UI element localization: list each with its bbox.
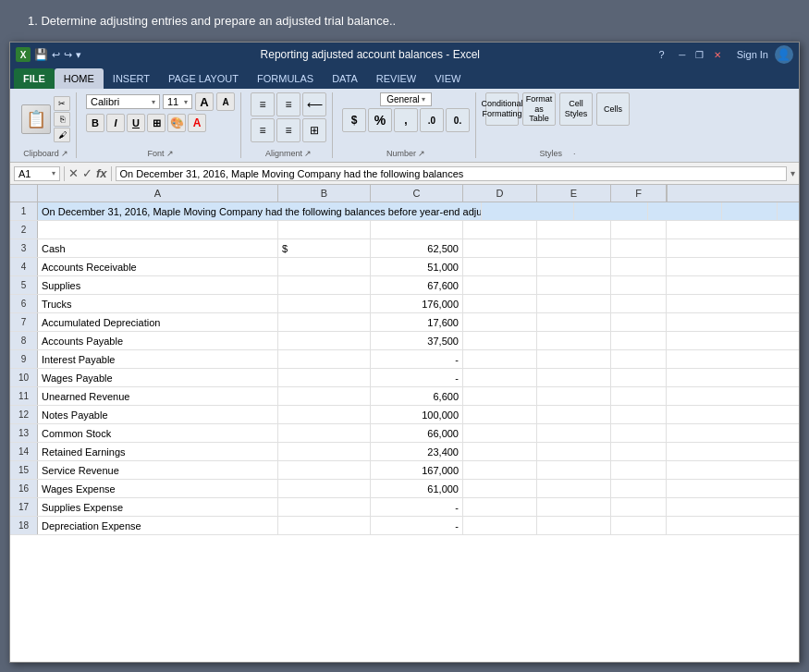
- col-header-e[interactable]: E: [537, 185, 611, 202]
- confirm-formula-icon[interactable]: ✓: [82, 166, 92, 180]
- cell-d13[interactable]: [463, 424, 537, 442]
- undo-icon[interactable]: ↩: [52, 49, 60, 61]
- cell-e11[interactable]: [537, 387, 611, 405]
- cell-e17[interactable]: [537, 498, 611, 516]
- cell-c4[interactable]: 51,000: [371, 258, 463, 275]
- cell-d10[interactable]: [463, 369, 537, 386]
- cell-c8[interactable]: 37,500: [371, 332, 463, 349]
- cell-f14[interactable]: [611, 443, 667, 460]
- cell-d7[interactable]: [463, 313, 537, 331]
- table-row[interactable]: 11Unearned Revenue6,600: [10, 387, 799, 406]
- percent-button[interactable]: %: [368, 108, 392, 132]
- cell-f17[interactable]: [611, 498, 667, 516]
- cell-f11[interactable]: [611, 387, 667, 405]
- cell-e18[interactable]: [537, 517, 611, 534]
- cell-f7[interactable]: [611, 313, 667, 331]
- conditional-formatting-button[interactable]: ConditionalFormatting: [485, 92, 519, 126]
- cell-d3[interactable]: [463, 239, 537, 257]
- cell-c17[interactable]: -: [371, 498, 463, 516]
- cell-e1[interactable]: [648, 202, 722, 220]
- formula-bar-content[interactable]: On December 31, 2016, Maple Moving Compa…: [116, 166, 787, 181]
- italic-button[interactable]: I: [106, 114, 125, 132]
- font-shrink-button[interactable]: A: [216, 92, 235, 111]
- cell-f8[interactable]: [611, 332, 667, 349]
- table-row[interactable]: 17Supplies Expense-: [10, 498, 799, 517]
- cell-f5[interactable]: [611, 276, 667, 294]
- format-painter-button[interactable]: 🖌: [54, 128, 70, 142]
- cell-c11[interactable]: 6,600: [371, 387, 463, 405]
- cell-a4[interactable]: Accounts Receivable: [38, 258, 278, 275]
- format-as-table-button[interactable]: Format asTable: [522, 92, 556, 126]
- cell-d15[interactable]: [463, 461, 537, 479]
- col-header-c[interactable]: C: [371, 185, 463, 202]
- customize-icon[interactable]: ▾: [76, 49, 81, 61]
- cell-a2[interactable]: [38, 221, 278, 238]
- cells-button[interactable]: Cells: [596, 92, 630, 126]
- cell-e7[interactable]: [537, 313, 611, 331]
- cell-d5[interactable]: [463, 276, 537, 294]
- tab-home[interactable]: HOME: [55, 68, 104, 89]
- cell-f13[interactable]: [611, 424, 667, 442]
- alignment-expand-icon[interactable]: ↗: [304, 149, 312, 158]
- cell-e6[interactable]: [537, 295, 611, 312]
- cell-d9[interactable]: [463, 350, 537, 368]
- merge-center-button[interactable]: ⊞: [302, 118, 326, 142]
- cell-c14[interactable]: 23,400: [371, 443, 463, 460]
- font-color-button[interactable]: A: [188, 114, 206, 132]
- cell-f2[interactable]: [611, 221, 667, 238]
- cell-f10[interactable]: [611, 369, 667, 386]
- cell-a10[interactable]: Wages Payable: [38, 369, 278, 386]
- cell-b2[interactable]: [278, 221, 371, 238]
- border-button[interactable]: ⊞: [147, 114, 165, 132]
- cell-b3[interactable]: $: [278, 239, 371, 257]
- cell-a7[interactable]: Accumulated Depreciation: [38, 313, 278, 331]
- col-header-b[interactable]: B: [278, 185, 371, 202]
- cell-c2[interactable]: [371, 221, 463, 238]
- table-row[interactable]: 12Notes Payable100,000: [10, 406, 799, 424]
- cell-c6[interactable]: 176,000: [371, 295, 463, 312]
- table-row[interactable]: 4Accounts Receivable51,000: [10, 258, 799, 276]
- align-left-button[interactable]: ≡: [251, 118, 275, 142]
- font-family-dropdown[interactable]: Calibri ▾: [86, 94, 160, 109]
- cell-a12[interactable]: Notes Payable: [38, 406, 278, 423]
- close-button[interactable]: ✕: [710, 48, 725, 61]
- cell-b4[interactable]: [278, 258, 371, 275]
- cell-f9[interactable]: [611, 350, 667, 368]
- cell-d1[interactable]: [574, 202, 648, 220]
- cell-b18[interactable]: [278, 517, 371, 534]
- fill-color-button[interactable]: 🎨: [167, 114, 186, 132]
- cell-b14[interactable]: [278, 443, 371, 460]
- cell-f12[interactable]: [611, 406, 667, 423]
- table-row[interactable]: 18Depreciation Expense-: [10, 517, 799, 535]
- cell-e12[interactable]: [537, 406, 611, 423]
- underline-button[interactable]: U: [127, 114, 145, 132]
- cell-e5[interactable]: [537, 276, 611, 294]
- tab-page-layout[interactable]: PAGE LAYOUT: [159, 68, 248, 89]
- font-expand-icon[interactable]: ↗: [166, 149, 174, 158]
- cell-a5[interactable]: Supplies: [38, 276, 278, 294]
- number-format-dropdown[interactable]: General ▾: [380, 92, 432, 106]
- cell-b10[interactable]: [278, 369, 371, 386]
- table-row[interactable]: 2: [10, 221, 799, 239]
- cell-a18[interactable]: Depreciation Expense: [38, 517, 278, 534]
- cell-f4[interactable]: [611, 258, 667, 275]
- cell-e13[interactable]: [537, 424, 611, 442]
- cell-e15[interactable]: [537, 461, 611, 479]
- align-center-button[interactable]: ≡: [276, 118, 300, 142]
- cell-c5[interactable]: 67,600: [371, 276, 463, 294]
- cell-a16[interactable]: Wages Expense: [38, 480, 278, 497]
- cell-b6[interactable]: [278, 295, 371, 312]
- cell-c13[interactable]: 66,000: [371, 424, 463, 442]
- comma-button[interactable]: ,: [394, 108, 418, 132]
- cell-b17[interactable]: [278, 498, 371, 516]
- table-row[interactable]: 1On December 31, 2016, Maple Moving Comp…: [10, 202, 799, 221]
- tab-file[interactable]: FILE: [14, 68, 55, 89]
- number-expand-icon[interactable]: ↗: [418, 149, 425, 158]
- cell-c1[interactable]: [482, 202, 574, 220]
- cell-a14[interactable]: Retained Earnings: [38, 443, 278, 460]
- cell-a6[interactable]: Trucks: [38, 295, 278, 312]
- profile-icon[interactable]: 👤: [775, 45, 793, 64]
- col-header-f[interactable]: F: [611, 185, 667, 202]
- signin-button[interactable]: Sign In: [737, 49, 768, 60]
- cell-f6[interactable]: [611, 295, 667, 312]
